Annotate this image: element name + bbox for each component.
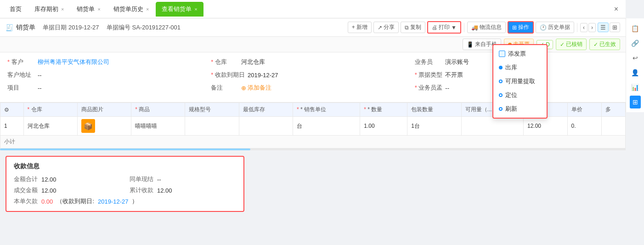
col-image: 商品图片: [77, 103, 131, 117]
total-value: 12.00: [41, 176, 56, 183]
scroll-thumb: [0, 148, 250, 150]
view-icons: ☰ ⊞: [598, 23, 620, 32]
payment-title: 收款信息: [14, 162, 236, 171]
header-toolbar: 🧾 销货单 单据日期 2019-12-27 单据编号 SA-20191227-0…: [0, 18, 626, 37]
row-more: [601, 117, 625, 136]
tab-home[interactable]: 首页: [4, 2, 28, 17]
product-image: 📦: [81, 119, 95, 133]
logistics-button[interactable]: 🚚 物流信息: [467, 22, 506, 33]
payment-grid: 金额合计 12.00 同单现结 -- 成交金额 12.00 累计收款 12.00…: [14, 175, 236, 205]
dropdown-add-invoice[interactable]: 添发票: [493, 47, 547, 61]
doc-meta: 单据日期 2019-12-27 单据编号 SA-20191227-001: [43, 23, 181, 32]
row-qty: 1.00: [360, 117, 407, 136]
dropdown-outbound[interactable]: 出库: [493, 61, 547, 74]
mobile-icon: 📱: [467, 41, 474, 48]
doc-date-label: 单据日期 2019-12-27: [43, 23, 99, 32]
arrears-date: 2019-12-27: [98, 198, 129, 205]
col-qty: * 数量: [360, 103, 407, 117]
payment-same-order-row: 同单现结 --: [130, 175, 236, 183]
settings-icon[interactable]: ⚙: [4, 107, 9, 113]
subtotal-label: 小计: [0, 136, 626, 148]
copy-icon: ⧉: [405, 24, 409, 31]
row-no: 1: [0, 117, 24, 136]
col-settings[interactable]: ⚙: [0, 103, 24, 117]
right-icon-5[interactable]: 📊: [628, 81, 642, 94]
prev-arrow[interactable]: ‹: [580, 23, 588, 32]
print-button[interactable]: 🖨 打印 ▼: [427, 21, 461, 34]
tab-close-view-sales[interactable]: ×: [194, 6, 197, 12]
grid-view-icon[interactable]: ⊞: [610, 23, 620, 32]
logistics-icon: 🚚: [471, 24, 478, 31]
business-staff-value: --: [445, 85, 449, 91]
share-icon: ↗: [378, 24, 382, 31]
transaction-label: 成交金额: [14, 186, 38, 194]
list-view-icon[interactable]: ☰: [598, 23, 609, 32]
share-button[interactable]: ↗ 分享: [373, 22, 399, 33]
payment-transaction-row: 成交金额 12.00: [14, 186, 120, 194]
dropdown-refresh[interactable]: 刷新: [493, 102, 547, 116]
payment-total-row: 金额合计 12.00: [14, 175, 120, 183]
right-panel: 📋 🔗 ↩ 👤 📊 ⊞: [626, 18, 644, 112]
history-icon: 🕐: [540, 24, 547, 31]
total-label: 金额合计: [14, 175, 38, 183]
doc-type-label: 销货单: [16, 23, 35, 32]
arrears-end: ）: [132, 197, 138, 205]
subtotal-row: 小计: [0, 136, 626, 148]
doc-icon: 🧾: [6, 24, 13, 31]
doc-title: 🧾 销货单: [6, 23, 35, 32]
tab-inventory-init[interactable]: 库存期初 ×: [28, 2, 70, 17]
row-image: 📦: [77, 117, 131, 136]
tab-bar: 首页 库存期初 × 销货单 × 销货单历史 × 查看销货单 × ×: [0, 0, 626, 18]
tab-sales-order[interactable]: 销货单 ×: [71, 2, 106, 17]
check-circle-icon2: ✓: [593, 41, 598, 48]
history-button[interactable]: 🕐 历史单据: [536, 22, 574, 33]
copy-button[interactable]: ⧉ 复制: [401, 22, 425, 33]
right-icon-4[interactable]: 👤: [628, 66, 642, 79]
check-circle-icon: ✓: [560, 41, 565, 48]
tab-close-sales[interactable]: ×: [97, 6, 100, 12]
cumulative-value: 12.00: [157, 187, 172, 194]
row-product: 嘻嘻嘻嘻: [131, 117, 185, 136]
business-staff-label: 业务员孟: [415, 84, 443, 92]
next-arrow[interactable]: ›: [588, 23, 596, 32]
address-value: --: [38, 72, 42, 79]
col-warehouse: 仓库: [23, 103, 77, 117]
right-icon-3[interactable]: ↩: [630, 51, 641, 64]
window-close-button[interactable]: ×: [610, 3, 622, 15]
row-stock: 12.00: [523, 117, 567, 136]
effective-btn[interactable]: ✓ 已生效: [589, 39, 620, 50]
payment-date-label: 收款到期日: [211, 71, 245, 79]
address-field: 客户地址 --: [7, 71, 211, 79]
add-note-btn[interactable]: ⊕ 添加备注: [241, 84, 271, 92]
new-button[interactable]: + 新增: [348, 22, 372, 33]
row-spec: [185, 117, 239, 136]
tab-close-inventory[interactable]: ×: [61, 6, 64, 12]
col-price: 单价: [567, 103, 601, 117]
tab-view-sales[interactable]: 查看销货单 ×: [156, 2, 203, 17]
toolbar-right: + 新增 ↗ 分享 ⧉ 复制 🖨 打印 ▼ 🚚 物流信息 ⊞ 操作: [348, 21, 620, 34]
operations-button[interactable]: ⊞ 操作: [508, 21, 534, 34]
dropdown-available-qty[interactable]: 可用量提取: [493, 74, 547, 88]
doc-number-value: SA-20191227-001: [132, 24, 181, 31]
cancelled-btn[interactable]: ✓ 已核销: [556, 39, 587, 50]
payment-date-field: 收款到期日 2019-12-27: [211, 71, 414, 79]
cumulative-label: 累计收款: [130, 186, 153, 194]
warehouse-field: 仓库 河北仓库: [211, 58, 414, 66]
payment-cumulative-row: 累计收款 12.00: [130, 186, 236, 194]
right-icon-6[interactable]: ⊞: [630, 96, 641, 108]
tab-close-history[interactable]: ×: [146, 6, 149, 12]
divider-2: [577, 23, 577, 32]
add-invoice-icon: [499, 51, 505, 57]
col-product: 商品: [131, 103, 185, 117]
refresh-dot-icon: [499, 107, 503, 111]
row-min-stock: [239, 117, 293, 136]
arrears-label: 本单欠款: [14, 197, 38, 205]
operations-icon: ⊞: [512, 24, 517, 31]
doc-number-label: 单据编号 SA-20191227-001: [107, 23, 181, 32]
staff-value: 演示账号: [445, 58, 469, 66]
dropdown-locate[interactable]: 定位: [493, 88, 547, 102]
right-icon-2[interactable]: 🔗: [628, 37, 642, 50]
tab-sales-history[interactable]: 销货单历史 ×: [107, 2, 155, 17]
right-icon-1[interactable]: 📋: [628, 22, 642, 35]
customer-value[interactable]: 柳州粤港平安气体有限公司: [38, 58, 109, 66]
